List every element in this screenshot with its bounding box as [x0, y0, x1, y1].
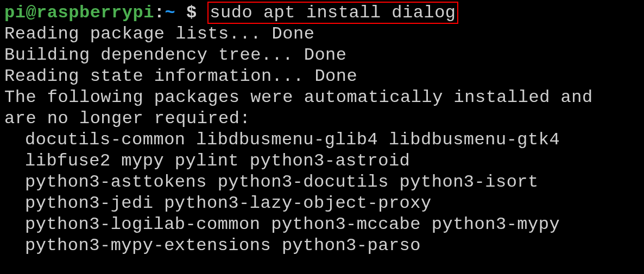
package-line: python3-jedi python3-lazy-object-proxy — [4, 193, 640, 214]
package-line: python3-logilab-common python3-mccabe py… — [4, 214, 640, 235]
package-line: docutils-common libdbusmenu-glib4 libdbu… — [4, 129, 640, 150]
package-line: libfuse2 mypy pylint python3-astroid — [4, 150, 640, 171]
user-host: pi@raspberrypi — [4, 3, 154, 23]
output-line: Reading state information... Done — [4, 66, 640, 87]
output-line: are no longer required: — [4, 108, 640, 129]
package-line: python3-asttokens python3-docutils pytho… — [4, 171, 640, 193]
output-line: Reading package lists... Done — [4, 23, 640, 44]
output-line: The following packages were automaticall… — [4, 87, 640, 108]
prompt-dollar: $ — [175, 3, 207, 23]
output-line: Building dependency tree... Done — [4, 44, 640, 66]
command-input[interactable]: sudo apt install dialog — [207, 2, 458, 24]
terminal-prompt-line[interactable]: pi@raspberrypi:~ $ sudo apt install dial… — [4, 2, 640, 23]
current-path: ~ — [165, 3, 176, 23]
separator-colon: : — [154, 3, 165, 23]
package-line: python3-mypy-extensions python3-parso — [4, 235, 640, 256]
